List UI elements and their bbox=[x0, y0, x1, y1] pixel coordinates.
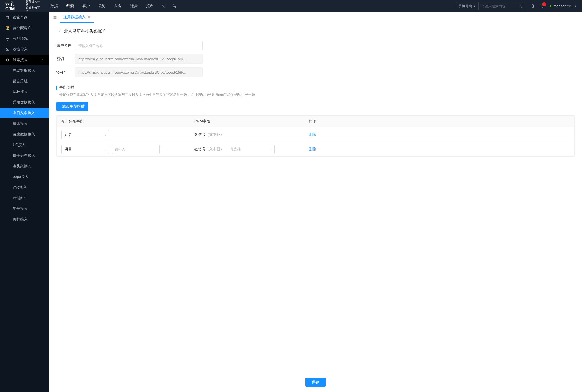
sidebar-item[interactable]: ⏳待分配客户 bbox=[0, 23, 49, 33]
table-row: 项目⌄微信号（文本框）请选择⌄删除 bbox=[57, 142, 574, 156]
sidebar-item[interactable]: ▦线索查询 bbox=[0, 12, 49, 23]
notification-badge: 5 bbox=[542, 2, 546, 6]
sidebar-icon: ⏳ bbox=[5, 26, 10, 30]
label-account-name: 账户名称 bbox=[56, 43, 75, 48]
sidebar-sub-item[interactable]: 通用数据接入 bbox=[0, 97, 49, 108]
tabs-bar: 通用数据接入 ✕ bbox=[49, 12, 582, 23]
input-account-name[interactable] bbox=[75, 41, 203, 50]
search-type-select[interactable]: 手机号码 ▼ bbox=[456, 2, 479, 10]
nav-item[interactable]: 公海 bbox=[98, 4, 106, 8]
table-row: 姓名⌄微信号（文本框）删除 bbox=[57, 127, 574, 142]
table-header: 今日头条字段 CRM字段 操作 bbox=[57, 116, 574, 127]
mapping-table: 今日头条字段 CRM字段 操作 姓名⌄微信号（文本框）删除项目⌄微信号（文本框）… bbox=[56, 115, 575, 157]
sidebar-sub-item[interactable]: UC接入 bbox=[0, 140, 49, 150]
user-menu[interactable]: manager11 ▼ bbox=[550, 4, 577, 8]
chevron-icon: ⌃ bbox=[41, 59, 44, 62]
delete-link[interactable]: 删除 bbox=[309, 132, 316, 137]
sidebar-sub-item[interactable]: 今日头条接入 bbox=[0, 108, 49, 118]
save-button[interactable]: 保存 bbox=[305, 378, 326, 387]
tab-active[interactable]: 通用数据接入 ✕ bbox=[60, 12, 94, 23]
add-mapping-button[interactable]: +添加字段映射 bbox=[56, 102, 88, 111]
main-area: 通用数据接入 ✕ 〈 北京昱新科技头条账户 账户名称 密钥 token bbox=[49, 12, 582, 392]
page-title: 北京昱新科技头条账户 bbox=[64, 29, 106, 34]
phone-icon[interactable] bbox=[172, 4, 176, 8]
sidebar-icon: ▦ bbox=[5, 15, 10, 20]
tt-field-input[interactable] bbox=[112, 145, 160, 154]
sidebar-sub-item[interactable]: B站接入 bbox=[0, 193, 49, 203]
label-token: token bbox=[56, 70, 75, 74]
chevron-down-icon: ⌄ bbox=[104, 133, 106, 136]
chevron-down-icon: ▼ bbox=[574, 5, 577, 7]
user-add-icon[interactable] bbox=[162, 4, 166, 8]
sidebar-item[interactable]: ⚙线索接入⌃ bbox=[0, 55, 49, 65]
breadcrumb: 〈 北京昱新科技头条账户 bbox=[56, 28, 575, 35]
svg-point-0 bbox=[163, 5, 164, 6]
tt-field-select[interactable]: 项目⌄ bbox=[61, 145, 109, 154]
mobile-icon[interactable] bbox=[530, 4, 535, 8]
status-dot bbox=[550, 5, 551, 7]
nav-item[interactable]: 客户 bbox=[82, 4, 90, 8]
svg-point-1 bbox=[519, 5, 521, 7]
chevron-down-icon: ▼ bbox=[473, 5, 476, 7]
tt-field-select[interactable]: 姓名⌄ bbox=[61, 130, 109, 139]
nav-item[interactable]: 报名 bbox=[146, 4, 154, 8]
menu-toggle-icon[interactable] bbox=[52, 15, 58, 20]
search-box: 手机号码 ▼ bbox=[456, 2, 525, 10]
sidebar-item[interactable]: ◔分配情况 bbox=[0, 33, 49, 44]
sidebar-icon: ◔ bbox=[5, 37, 10, 41]
top-bar: 云朵CRM 教育机构一站 式服务云平台 数据线索客户公海财务运营报名 手机号码 … bbox=[0, 0, 582, 12]
input-token[interactable] bbox=[75, 67, 203, 77]
sidebar-item[interactable]: ⇲线索导入 bbox=[0, 44, 49, 55]
label-key: 密钥 bbox=[56, 57, 75, 61]
crm-field-select[interactable]: 请选择⌄ bbox=[227, 145, 275, 154]
close-icon[interactable]: ✕ bbox=[88, 15, 90, 19]
input-key[interactable] bbox=[75, 54, 203, 64]
sidebar-icon: ⚙ bbox=[5, 58, 10, 62]
sidebar: ▦线索查询⏳待分配客户◔分配情况⇲线索导入⚙线索接入⌃在线客服接入留言分组网校接… bbox=[0, 12, 49, 392]
nav-item[interactable]: 线索 bbox=[66, 4, 74, 8]
sidebar-sub-item[interactable]: 知乎接入 bbox=[0, 203, 49, 214]
search-input[interactable] bbox=[479, 2, 516, 10]
chevron-down-icon: ⌄ bbox=[104, 148, 106, 151]
nav-item[interactable]: 运营 bbox=[130, 4, 138, 8]
section-title: 字段映射 bbox=[59, 85, 74, 90]
search-button[interactable] bbox=[516, 2, 525, 10]
sidebar-sub-item[interactable]: 快手表单接入 bbox=[0, 150, 49, 161]
bell-icon[interactable]: 5 bbox=[540, 4, 544, 8]
chevron-down-icon: ⌄ bbox=[269, 148, 272, 151]
logo: 云朵CRM 教育机构一站 式服务云平台 bbox=[5, 0, 43, 12]
delete-link[interactable]: 删除 bbox=[309, 147, 316, 151]
sidebar-icon: ⇲ bbox=[5, 47, 10, 52]
sidebar-sub-item[interactable]: 百度数据接入 bbox=[0, 129, 49, 140]
section-hint: 请确保您在此填写的头条自定义字段名称与在今日头条平台中自定义的字段名称一致，并且… bbox=[56, 92, 575, 97]
back-icon[interactable]: 〈 bbox=[56, 28, 61, 35]
sidebar-sub-item[interactable]: 在线客服接入 bbox=[0, 65, 49, 76]
sidebar-sub-item[interactable]: oppo接入 bbox=[0, 172, 49, 182]
sidebar-sub-item[interactable]: 网校接入 bbox=[0, 87, 49, 97]
top-nav: 数据线索客户公海财务运营报名 bbox=[50, 4, 154, 8]
nav-item[interactable]: 财务 bbox=[114, 4, 122, 8]
sidebar-sub-item[interactable]: 趣头条接入 bbox=[0, 161, 49, 172]
sidebar-sub-item[interactable]: 腾讯接入 bbox=[0, 118, 49, 129]
sidebar-sub-item[interactable]: 留言分组 bbox=[0, 76, 49, 87]
nav-item[interactable]: 数据 bbox=[50, 4, 58, 8]
sidebar-sub-item[interactable]: 美柚接入 bbox=[0, 214, 49, 225]
logo-text: 云朵CRM bbox=[5, 1, 22, 11]
sidebar-sub-item[interactable]: vivo接入 bbox=[0, 182, 49, 193]
content: 〈 北京昱新科技头条账户 账户名称 密钥 token 字段映射 请确保您 bbox=[49, 23, 582, 372]
